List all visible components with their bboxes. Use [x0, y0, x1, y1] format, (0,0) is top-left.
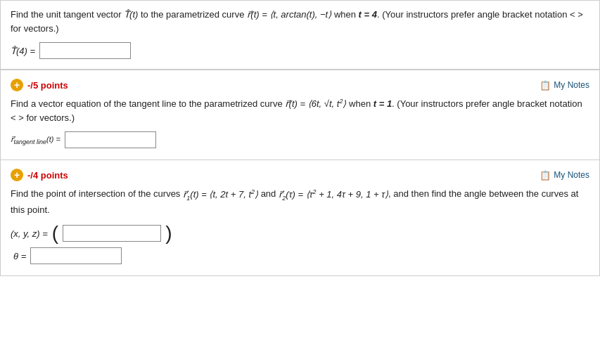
notes-icon: 📋 — [540, 80, 551, 91]
section2-header-left: + -/4 points — [11, 169, 68, 181]
section1-my-notes-label: My Notes — [554, 80, 589, 90]
section2-header: + -/4 points 📋 My Notes — [11, 169, 589, 181]
top-question-text: Find the unit tangent vector T̂(t) to th… — [11, 8, 589, 35]
section2-expand-button[interactable]: + — [11, 169, 23, 181]
section1-expand-button[interactable]: + — [11, 79, 23, 91]
section2-xyz-row: (x, y, z) = ( ) — [11, 223, 589, 243]
top-answer-label: T̂(4) = — [11, 46, 35, 56]
top-answer-input[interactable] — [39, 42, 131, 59]
section1-answer-row: r⃗tangent line(t) = — [11, 131, 589, 148]
section1-header: + -/5 points 📋 My Notes — [11, 79, 589, 91]
section1-problem-text: Find a vector equation of the tangent li… — [11, 97, 589, 124]
section2-my-notes-label: My Notes — [554, 170, 589, 180]
section2-xyz-input[interactable] — [63, 225, 161, 242]
section1-my-notes-button[interactable]: 📋 My Notes — [540, 80, 589, 91]
section1-points: -/5 points — [27, 80, 68, 91]
section2-theta-row: θ = — [13, 247, 589, 264]
section1-answer-label: r⃗tangent line(t) = — [11, 135, 60, 145]
section2-xyz-label: (x, y, z) = — [11, 228, 48, 239]
top-answer-row: T̂(4) = — [11, 42, 589, 59]
section2-theta-input[interactable] — [30, 247, 122, 264]
section2-points: -/4 points — [27, 170, 68, 181]
section2: + -/4 points 📋 My Notes Find the point o… — [0, 160, 600, 276]
section1-header-left: + -/5 points — [11, 79, 68, 91]
section1-answer-input[interactable] — [65, 131, 156, 148]
section2-right-paren: ) — [165, 223, 172, 243]
section2-left-paren: ( — [52, 223, 58, 243]
top-question-section: Find the unit tangent vector T̂(t) to th… — [0, 0, 600, 70]
section2-notes-icon: 📋 — [540, 170, 551, 181]
section1: + -/5 points 📋 My Notes Find a vector eq… — [0, 70, 600, 160]
section2-theta-label: θ = — [13, 251, 26, 261]
section2-problem-text: Find the point of intersection of the cu… — [11, 187, 589, 216]
section2-my-notes-button[interactable]: 📋 My Notes — [540, 170, 589, 181]
